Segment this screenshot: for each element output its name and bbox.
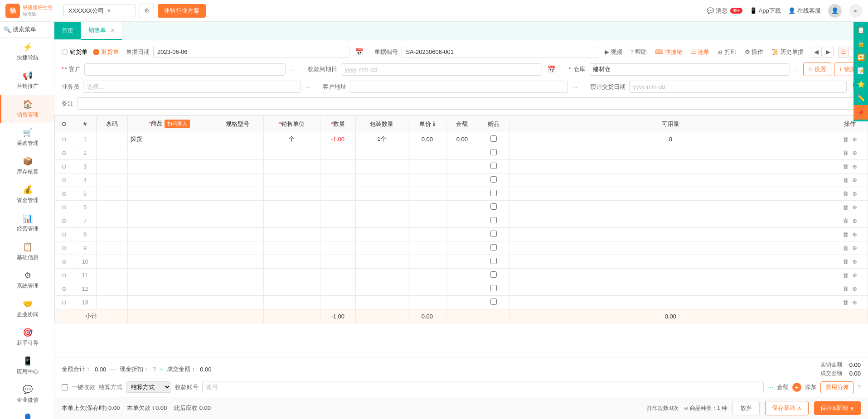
shortcut-btn[interactable]: ⌨ 快捷键 (652, 46, 685, 58)
delete-icon[interactable]: 🗑 (843, 258, 849, 265)
sidebar-item-app[interactable]: 📱 应用中心 (0, 352, 54, 380)
sidebar-item-inventory[interactable]: 📦 库存核算 (0, 152, 54, 180)
cell-barcode[interactable] (96, 282, 127, 296)
doc-no-input[interactable] (402, 46, 598, 58)
copy-icon[interactable]: ⊕ (852, 285, 857, 292)
account-input[interactable] (202, 381, 764, 393)
sidebar-item-base[interactable]: 📋 基础信息 (0, 237, 54, 266)
one-click-pay-checkbox[interactable] (62, 384, 68, 390)
trial-button[interactable]: 体验行业方案 (158, 4, 206, 18)
warehouse-input[interactable] (589, 63, 790, 76)
cell-gift[interactable] (478, 160, 509, 173)
copy-icon[interactable]: ⊕ (852, 136, 857, 143)
right-panel-notes-icon[interactable]: 📋 (854, 24, 867, 36)
nav-next-icon[interactable]: ▶ (823, 47, 834, 58)
cell-gift[interactable] (478, 241, 509, 255)
cell-unit-price[interactable] (408, 187, 446, 201)
cell-quantity[interactable] (320, 187, 355, 201)
right-panel-pen-icon[interactable]: ✏️ (854, 92, 867, 104)
addr-dots[interactable]: ··· (572, 83, 577, 90)
copy-icon[interactable]: ⊕ (852, 258, 857, 265)
cell-spec[interactable] (211, 269, 264, 282)
sidebar-item-biz[interactable]: 📊 经营管理 (0, 209, 54, 237)
copy-icon[interactable]: ⊕ (852, 272, 857, 279)
cell-quantity[interactable]: -1.00 (320, 132, 355, 146)
cell-quantity[interactable] (320, 241, 355, 255)
radio-sale[interactable]: 销货单 (62, 48, 87, 56)
print-btn[interactable]: 🖨 打印 (715, 46, 739, 58)
customer-dots[interactable]: ··· (290, 66, 295, 73)
cell-unit-price[interactable] (408, 241, 446, 255)
cell-unit-price[interactable] (408, 214, 446, 228)
right-panel-refresh-icon[interactable]: 🔁 (854, 51, 867, 63)
cell-spec[interactable] (211, 241, 264, 255)
sidebar-search[interactable]: 🔍 搜索菜单 (0, 22, 54, 38)
cell-barcode[interactable] (96, 201, 127, 214)
cell-barcode[interactable] (96, 269, 127, 282)
cell-spec[interactable] (211, 146, 264, 160)
payment-due-input[interactable] (341, 63, 542, 76)
app-download-button[interactable]: 📱 App下载 (750, 7, 781, 15)
save-new-button[interactable]: 保存&新增 ∧ (814, 401, 861, 415)
cell-quantity[interactable] (320, 296, 355, 309)
payment-cal-icon[interactable]: 📅 (548, 65, 556, 73)
cell-barcode[interactable] (96, 173, 127, 187)
sidebar-item-quick-nav[interactable]: ⚡ 快捷导航 (0, 38, 54, 66)
avatar[interactable]: 👤 (828, 4, 842, 18)
cell-quantity[interactable] (320, 214, 355, 228)
cell-gift[interactable] (478, 228, 509, 241)
tab-home[interactable]: 首页 (54, 22, 81, 39)
cell-gift[interactable] (478, 201, 509, 214)
customer-input[interactable] (84, 63, 286, 76)
sidebar-item-weichat[interactable]: 💬 企业微信 (0, 380, 54, 409)
salesperson-input[interactable] (83, 81, 301, 93)
cell-spec[interactable] (211, 160, 264, 173)
cell-unit-price[interactable] (408, 282, 446, 296)
cell-spec[interactable] (211, 214, 264, 228)
cell-unit-price[interactable] (408, 173, 446, 187)
cell-spec[interactable] (211, 173, 264, 187)
sidebar-item-sales-mgmt[interactable]: 🏠 销售管理 (0, 95, 54, 123)
sidebar-item-member[interactable]: 👤 畅会员 (0, 409, 54, 419)
cell-spec[interactable] (211, 296, 264, 309)
right-panel-star-icon[interactable]: ⭐ (854, 78, 867, 91)
cell-quantity[interactable] (320, 269, 355, 282)
delete-icon[interactable]: 🗑 (843, 149, 849, 156)
delete-icon[interactable]: 🗑 (843, 299, 849, 306)
cell-unit-price[interactable] (408, 296, 446, 309)
add-payment-button[interactable]: + (792, 383, 801, 392)
cell-gift[interactable] (478, 296, 509, 309)
sidebar-item-purchase[interactable]: 🛒 采购管理 (0, 123, 54, 152)
cell-spec[interactable] (211, 201, 264, 214)
cell-barcode[interactable] (96, 228, 127, 241)
right-panel-lock-icon[interactable]: 🔒 (854, 37, 867, 50)
cell-unit-price[interactable] (408, 255, 446, 269)
cell-quantity[interactable] (320, 173, 355, 187)
view-list-icon[interactable]: ☰ (838, 47, 849, 58)
nav-prev-icon[interactable]: ◀ (811, 47, 822, 58)
cell-gift[interactable] (478, 187, 509, 201)
cell-spec[interactable] (211, 187, 264, 201)
copy-icon[interactable]: ⊕ (852, 299, 857, 306)
cell-unit-price[interactable] (408, 201, 446, 214)
cell-barcode[interactable] (96, 187, 127, 201)
radio-return[interactable]: 退货单 (93, 48, 119, 56)
select-btn[interactable]: ☰ 选单 (688, 46, 712, 58)
cell-gift[interactable] (478, 132, 509, 146)
sidebar-item-sys[interactable]: ⚙ 系统管理 (0, 266, 54, 294)
abandon-button[interactable]: 放弃 (732, 401, 760, 415)
sidebar-item-fund[interactable]: 💰 资金管理 (0, 180, 54, 209)
cell-barcode[interactable] (96, 296, 127, 309)
company-select[interactable]: XXXXXX公司 ▾ (63, 5, 136, 17)
col-settings[interactable]: ⊙ (55, 116, 74, 132)
copy-icon[interactable]: ⊕ (852, 245, 857, 251)
account-dots[interactable]: ··· (768, 384, 773, 390)
cell-gift[interactable] (478, 173, 509, 187)
right-panel-orange-btn[interactable]: 📌 (853, 105, 868, 120)
delete-icon[interactable]: 🗑 (843, 231, 849, 238)
cell-gift[interactable] (478, 269, 509, 282)
tab-sales-order[interactable]: 销售单 ✕ (81, 22, 122, 40)
delete-icon[interactable]: 🗑 (843, 163, 849, 170)
cell-barcode[interactable] (96, 146, 127, 160)
delete-icon[interactable]: 🗑 (843, 204, 849, 211)
